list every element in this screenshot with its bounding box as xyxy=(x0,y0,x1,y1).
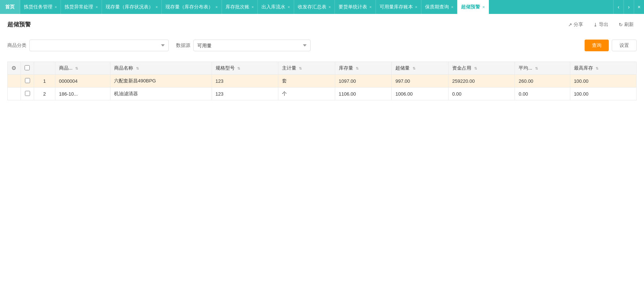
tab-6[interactable]: 收发存汇总表× xyxy=(294,0,335,14)
page-title: 超储预警 xyxy=(7,21,31,29)
refresh-icon: ↻ xyxy=(619,22,623,27)
row-max-stock-1: 100.00 xyxy=(570,88,636,100)
row-checkbox-cell-0 xyxy=(21,75,34,88)
tab-close-4[interactable]: × xyxy=(252,5,254,9)
tab-3[interactable]: 现存量（库存分布表）× xyxy=(162,0,222,14)
export-label: 导出 xyxy=(599,21,608,28)
row-name-0: 六配套新昌490BPG xyxy=(110,75,212,88)
tab-9[interactable]: 保质期查询× xyxy=(421,0,457,14)
home-tab[interactable]: 首页 xyxy=(0,0,20,14)
th-spec[interactable]: 规格型号 ⇅ xyxy=(212,62,278,75)
main-content: 超储预警 ↗ 分享 ⤓ 导出 ↻ 刷新 商品分类 数据源 xyxy=(0,14,644,293)
tab-0[interactable]: 拣货任务管理× xyxy=(20,0,61,14)
share-button[interactable]: ↗ 分享 xyxy=(565,20,586,29)
tab-close-1[interactable]: × xyxy=(95,5,98,9)
settings-gear-icon[interactable]: ⚙ xyxy=(11,65,16,71)
tab-label-10: 超储预警 xyxy=(461,4,480,10)
tab-10[interactable]: 超储预警× xyxy=(457,0,489,14)
export-icon: ⤓ xyxy=(593,22,597,27)
datasource-filter: 数据源 可用量 xyxy=(176,40,311,51)
row-avg-1: 0.00 xyxy=(515,88,570,100)
tab-label-4: 库存批次账 xyxy=(226,4,249,10)
row-name-1: 机油滤清器 xyxy=(110,88,212,100)
topbar: 首页 拣货任务管理×拣货异常处理×现存量（库存状况表）×现存量（库存分布表）×库… xyxy=(0,0,644,14)
tab-close-6[interactable]: × xyxy=(329,5,331,9)
sort-avg-icon: ⇅ xyxy=(535,66,538,70)
tab-close-9[interactable]: × xyxy=(451,5,453,9)
row-max-stock-0: 100.00 xyxy=(570,75,636,88)
datasource-label: 数据源 xyxy=(176,42,190,49)
row-code-1: 186-10... xyxy=(55,88,110,100)
row-overflow-0: 997.00 xyxy=(392,75,449,88)
row-settings-0 xyxy=(8,75,21,88)
home-label: 首页 xyxy=(5,4,15,10)
tab-8[interactable]: 可用量库存账本× xyxy=(376,0,421,14)
th-capital[interactable]: 资金占用 ⇅ xyxy=(449,62,515,75)
sort-max-stock-icon: ⇅ xyxy=(596,66,599,70)
row-stock-1: 1106.00 xyxy=(335,88,392,100)
tab-next-button[interactable]: › xyxy=(623,0,634,14)
tab-2[interactable]: 现存量（库存状况表）× xyxy=(102,0,162,14)
category-label: 商品分类 xyxy=(7,42,26,49)
row-capital-1: 0.00 xyxy=(449,88,515,100)
row-checkbox-cell-1 xyxy=(21,88,34,100)
sort-unit-icon: ⇅ xyxy=(299,66,302,70)
category-select[interactable] xyxy=(29,40,169,51)
th-overflow-label: 超储量 xyxy=(395,65,410,71)
page-actions: ↗ 分享 ⤓ 导出 ↻ 刷新 xyxy=(565,20,637,29)
category-filter: 商品分类 xyxy=(7,40,169,51)
data-table: ⚙ 商品... ⇅ 商品名称 ⇅ 规格型号 ⇅ xyxy=(7,62,637,100)
tab-close-7[interactable]: × xyxy=(369,5,372,9)
th-avg[interactable]: 平均... ⇅ xyxy=(515,62,570,75)
row-checkbox-1[interactable] xyxy=(25,91,30,96)
th-spec-label: 规格型号 xyxy=(216,65,235,71)
th-capital-label: 资金占用 xyxy=(452,65,471,71)
row-capital-0: 259220.00 xyxy=(449,75,515,88)
th-stock[interactable]: 库存量 ⇅ xyxy=(335,62,392,75)
refresh-button[interactable]: ↻ 刷新 xyxy=(616,20,637,29)
settings-button[interactable]: 设置 xyxy=(612,40,637,51)
th-num xyxy=(34,62,55,75)
tab-7[interactable]: 要货单统计表× xyxy=(335,0,376,14)
tab-menu-button[interactable]: × xyxy=(634,0,644,14)
tab-label-6: 收发存汇总表 xyxy=(298,4,326,10)
select-all-checkbox[interactable] xyxy=(25,65,30,70)
tab-close-0[interactable]: × xyxy=(55,5,57,9)
th-overflow[interactable]: 超储量 ⇅ xyxy=(392,62,449,75)
th-unit-label: 主计量 xyxy=(282,65,296,71)
row-spec-1: 123 xyxy=(212,88,278,100)
row-num-1: 2 xyxy=(34,88,55,100)
tab-close-8[interactable]: × xyxy=(415,5,417,9)
sort-stock-icon: ⇅ xyxy=(356,66,359,70)
table-header-row: ⚙ 商品... ⇅ 商品名称 ⇅ 规格型号 ⇅ xyxy=(8,62,637,75)
tab-close-5[interactable]: × xyxy=(288,5,290,9)
th-settings: ⚙ xyxy=(8,62,21,75)
share-label: 分享 xyxy=(574,21,583,28)
tab-prev-button[interactable]: ‹ xyxy=(613,0,623,14)
row-settings-1 xyxy=(8,88,21,100)
query-button[interactable]: 查询 xyxy=(585,40,609,51)
tab-close-2[interactable]: × xyxy=(155,5,158,9)
table-body: 1 0000004 六配套新昌490BPG 123 套 1097.00 997.… xyxy=(8,75,637,100)
tab-close-10[interactable]: × xyxy=(482,5,484,9)
tab-label-0: 拣货任务管理 xyxy=(24,4,52,10)
sort-name-icon: ⇅ xyxy=(136,66,139,70)
th-unit[interactable]: 主计量 ⇅ xyxy=(278,62,335,75)
row-checkbox-0[interactable] xyxy=(25,78,30,83)
export-button[interactable]: ⤓ 导出 xyxy=(590,20,611,29)
tab-label-9: 保质期查询 xyxy=(425,4,449,10)
row-stock-0: 1097.00 xyxy=(335,75,392,88)
tab-close-3[interactable]: × xyxy=(215,5,217,9)
th-code[interactable]: 商品... ⇅ xyxy=(55,62,110,75)
datasource-select[interactable]: 可用量 xyxy=(193,40,311,51)
row-num-0: 1 xyxy=(34,75,55,88)
tab-5[interactable]: 出入库流水× xyxy=(258,0,294,14)
th-max-stock[interactable]: 最高库存 ⇅ xyxy=(570,62,636,75)
th-name[interactable]: 商品名称 ⇅ xyxy=(110,62,212,75)
tab-1[interactable]: 拣货异常处理× xyxy=(61,0,102,14)
sort-capital-icon: ⇅ xyxy=(474,66,477,70)
tab-4[interactable]: 库存批次账× xyxy=(222,0,258,14)
row-spec-0: 123 xyxy=(212,75,278,88)
row-unit-1: 个 xyxy=(278,88,335,100)
row-overflow-1: 1006.00 xyxy=(392,88,449,100)
